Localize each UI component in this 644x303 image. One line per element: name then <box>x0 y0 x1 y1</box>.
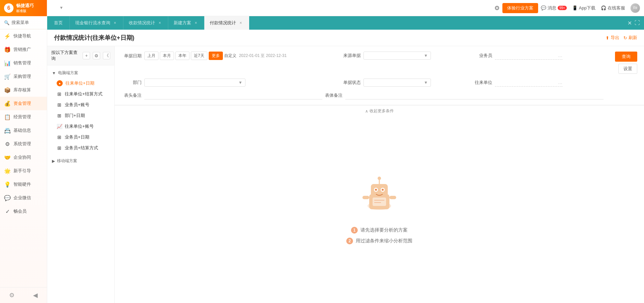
custom-label: 自定义 <box>224 53 236 59</box>
collapse-filter-btn[interactable]: ∧ 收起更多条件 <box>115 105 644 117</box>
tab-payment-stats[interactable]: 付款情况统计 × <box>204 16 249 30</box>
user-avatar[interactable]: Rit <box>631 3 640 13</box>
filter-bill-date: 单据日期 上月 本月 本年 近7天 更多 自定义 2022-01-01 至 20… <box>121 52 341 60</box>
table-body-note-label: 表体备注 <box>322 92 343 98</box>
page-title-bar: 付款情况统计(往来单位+日期) ⬆ 导出 ↻ 刷新 <box>47 30 644 46</box>
query-btn[interactable]: 查询 <box>615 52 637 62</box>
sidebar-item-marketing[interactable]: 🎁 营销推广 <box>0 43 47 56</box>
message-label: 消息 <box>548 5 556 11</box>
scheme-item-unit-account[interactable]: 📈 往来单位+账号 <box>47 121 114 132</box>
staff-label: 业务员 <box>472 53 492 59</box>
tab-home[interactable]: 首页 <box>47 16 70 30</box>
staff-input[interactable]: … <box>495 52 562 60</box>
date-btn-last-month[interactable]: 上月 <box>144 52 158 60</box>
sidebar-item-guide[interactable]: 🌟 新手引导 <box>0 164 47 178</box>
filter-table-body-note: 表体备注 <box>322 91 604 99</box>
tab-income-stats[interactable]: 收款情况统计 × <box>123 16 168 30</box>
dept-control: ▼ <box>144 79 341 87</box>
desktop-section-title[interactable]: ▼ 电脑端方案 <box>47 68 114 78</box>
collapse-panel-btn[interactable]: 《 <box>103 52 110 59</box>
tab-close-icon[interactable]: × <box>238 20 243 26</box>
table-header-note-control <box>144 91 322 99</box>
tab-close-all-icon[interactable]: ✕ <box>627 20 632 26</box>
tab-close-icon[interactable]: × <box>112 20 118 26</box>
sidebar-item-quick-nav[interactable]: ⚡ 快捷导航 <box>0 29 47 43</box>
scheme-item-staff-date[interactable]: ⊞ 业务员+日期 <box>47 132 114 143</box>
mobile-section-label: 移动端方案 <box>57 158 77 164</box>
empty-hint-2: 2 用过滤条件来缩小分析范围 <box>346 238 412 244</box>
settings-bottom-icon[interactable]: ⚙ <box>6 290 17 300</box>
app-download-icon: 📱 <box>572 5 578 10</box>
header-settings-icon[interactable]: ⚙ <box>494 4 500 12</box>
filter-bill-status: 单据状态 ▼ <box>341 79 472 87</box>
sidebar-item-capital[interactable]: 💰 资金管理 <box>0 97 47 110</box>
hint1-text: 请先选择要分析的方案 <box>360 227 408 233</box>
scheme-grid-icon: ⊞ <box>57 134 62 140</box>
scheme-item-staff-settlement[interactable]: ⊞ 业务员+结算方式 <box>47 143 114 153</box>
svg-rect-10 <box>389 196 396 199</box>
collapse-sidebar-icon[interactable]: ◀ <box>30 290 40 300</box>
table-header-note-input[interactable] <box>144 91 322 99</box>
sidebar-item-sales[interactable]: 📊 销售管理 <box>0 56 47 70</box>
online-service-btn[interactable]: 🎧 在线客服 <box>601 5 625 11</box>
search-menu[interactable]: 🔍 搜索菜单 <box>0 16 47 29</box>
sidebar: 6 畅捷通巧 标准版 🔍 搜索菜单 ⚡ 快捷导航 🎁 营销推广 📊 销售管理 🛒… <box>0 0 47 303</box>
date-btn-this-year[interactable]: 本年 <box>175 52 189 60</box>
source-bill-control: ▼ <box>363 52 472 60</box>
vip-icon: ✓ <box>4 208 11 215</box>
scheme-grid-icon: ⊞ <box>57 102 62 108</box>
tab-close-icon[interactable]: × <box>193 20 199 26</box>
sidebar-item-basic-info[interactable]: 📇 基础信息 <box>0 124 47 137</box>
scheme-item-dept-date[interactable]: ⊞ 部门+日期 <box>47 110 114 121</box>
table-body-note-input[interactable] <box>345 91 604 99</box>
settings-btn[interactable]: 设置 <box>618 64 637 74</box>
bill-status-label: 单据状态 <box>341 80 361 86</box>
export-btn[interactable]: ⬆ 导出 <box>606 35 619 41</box>
bill-status-select[interactable]: ▼ <box>363 79 431 87</box>
experience-btn[interactable]: 体验行业方案 <box>502 3 538 13</box>
sidebar-item-wechat[interactable]: 💬 企业微信 <box>0 191 47 205</box>
scheme-panel: 按以下方案查询 ＋ ⚙ 《 ▼ 电脑端方案 ● 往来单位+日期 ⊞ 往来单位+结… <box>47 46 115 303</box>
sidebar-bottom: ⚙ ◀ <box>0 287 47 303</box>
date-range-text: 2022-01-01 至 2022-12-31 <box>239 53 287 59</box>
avatar-text: Rit <box>633 6 637 10</box>
sidebar-item-system[interactable]: ⚙ 系统管理 <box>0 137 47 151</box>
mobile-section-title[interactable]: ▶ 移动端方案 <box>47 156 114 166</box>
sidebar-item-label: 资金管理 <box>13 100 31 107</box>
tab-close-icon[interactable]: × <box>157 20 163 26</box>
scheme-settings-btn[interactable]: ⚙ <box>93 52 100 59</box>
sidebar-item-purchase[interactable]: 🛒 采购管理 <box>0 70 47 83</box>
date-btn-more[interactable]: 更多 <box>209 52 223 60</box>
filter-area: 单据日期 上月 本月 本年 近7天 更多 自定义 2022-01-01 至 20… <box>115 46 644 105</box>
sidebar-item-enterprise[interactable]: 🤝 企业协同 <box>0 151 47 164</box>
scheme-item-staff-account[interactable]: ⊞ 业务员+账号 <box>47 99 114 110</box>
source-bill-select[interactable]: ▼ <box>363 52 431 60</box>
tab-new-scheme[interactable]: 新建方案 × <box>168 16 204 30</box>
refresh-btn[interactable]: ↻ 刷新 <box>623 35 637 41</box>
select-arrow-icon: ▼ <box>424 53 428 58</box>
sidebar-item-operation[interactable]: 📋 经营管理 <box>0 110 47 124</box>
svg-point-6 <box>382 189 384 191</box>
dept-select[interactable]: ▼ <box>144 79 245 87</box>
add-scheme-btn[interactable]: ＋ <box>83 52 90 59</box>
date-btn-7days[interactable]: 近7天 <box>191 52 207 60</box>
scheme-item-unit-date[interactable]: ● 往来单位+日期 <box>47 78 114 89</box>
hint2-number: 2 <box>346 238 353 244</box>
counterpart-input[interactable]: … <box>495 79 562 87</box>
message-btn[interactable]: 💬 消息 99+ <box>541 5 567 11</box>
scheme-item-unit-settlement[interactable]: ⊞ 往来单位+结算方式 <box>47 89 114 99</box>
tab-bank-flow[interactable]: 现金银行流水查询 × <box>70 16 123 30</box>
sidebar-item-inventory[interactable]: 📦 库存核算 <box>0 83 47 97</box>
scheme-item-label: 往来单位+账号 <box>65 123 94 129</box>
tab-maximize-icon[interactable]: ⛶ <box>635 20 640 26</box>
sidebar-item-label: 畅会员 <box>13 208 27 214</box>
sidebar-item-vip[interactable]: ✓ 畅会员 <box>0 205 47 218</box>
scheme-item-label: 业务员+账号 <box>65 102 89 108</box>
wechat-icon: 💬 <box>4 194 11 201</box>
dropdown-arrow[interactable]: ▼ <box>59 5 63 10</box>
date-btn-this-month[interactable]: 本月 <box>160 52 174 60</box>
filter-dept: 部门 ▼ <box>121 79 341 87</box>
bill-status-control: ▼ <box>363 79 472 87</box>
sidebar-item-hardware[interactable]: 💡 智能硬件 <box>0 178 47 191</box>
app-download-btn[interactable]: 📱 App下载 <box>572 5 595 11</box>
